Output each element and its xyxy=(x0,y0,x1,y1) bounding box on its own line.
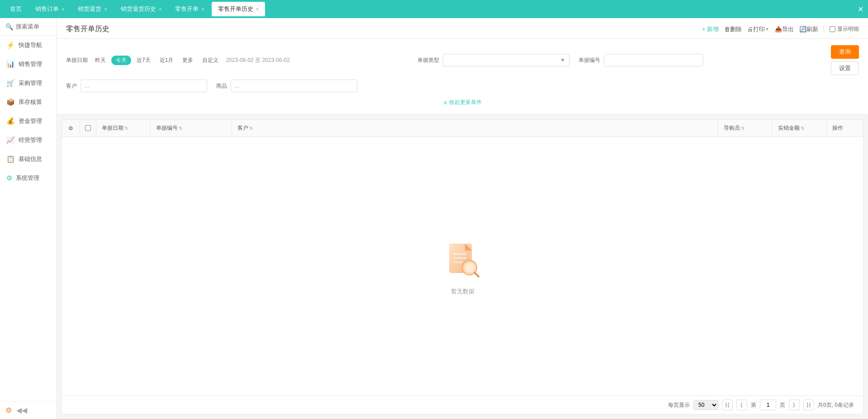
empty-illustration xyxy=(440,237,485,282)
export-button[interactable]: 📤 导出 xyxy=(775,25,794,33)
svg-line-7 xyxy=(474,273,479,277)
print-icon: 🖨 xyxy=(747,26,753,33)
date-btn-custom[interactable]: 自定义 xyxy=(199,56,222,65)
date-btn-today[interactable]: 今天 xyxy=(111,56,131,65)
customer-filter-item: 客户 ... xyxy=(66,80,207,92)
sidebar-nav: ⚡ 快捷导航 📊 销售管理 🛒 采购管理 📦 库存核算 💰 资金管理 📈 xyxy=(0,36,57,401)
refresh-button[interactable]: 🔄 刷新 xyxy=(799,25,818,33)
date-filter-btns: 昨天 今天 近7天 近1月 更多 自定义 xyxy=(91,56,222,65)
date-btn-yesterday[interactable]: 昨天 xyxy=(91,56,109,65)
tab-sales-return[interactable]: 销货退货 × xyxy=(71,2,113,16)
tab-bar: 首页 销售订单 × 销货退货 × 销货退货历史 × 零售开单 × 零售开单历史 … xyxy=(0,0,868,18)
display-detail-checkbox[interactable]: 显示明细 xyxy=(830,25,859,33)
sidebar: 🔍 搜索菜单 ⚡ 快捷导航 📊 销售管理 🛒 采购管理 📦 库存核算 💰 xyxy=(0,18,57,419)
sn-sort-icon: ⇅ xyxy=(179,126,182,131)
print-button[interactable]: 🖨 打印 ▼ xyxy=(747,25,769,33)
date-btn-1month[interactable]: 近1月 xyxy=(156,56,177,65)
doc-type-select[interactable]: ▼ xyxy=(443,54,569,66)
table-container: ⚙ 单据日期 ⇅ 单据编号 ⇅ 客户 ⇅ 导购员 xyxy=(62,119,863,414)
page-number-input[interactable] xyxy=(760,400,776,410)
delete-button[interactable]: 🗑 删除 xyxy=(724,25,742,33)
tab-retail-open[interactable]: 零售开单 × xyxy=(169,2,210,16)
customer-sort-icon: ⇅ xyxy=(249,126,253,131)
prev-page-button[interactable]: ⟨ xyxy=(736,400,747,410)
display-detail-input[interactable] xyxy=(830,26,835,32)
filter-area: 单据日期 昨天 今天 近7天 近1月 更多 自定义 2023-06-02 至 2… xyxy=(57,39,868,115)
sidebar-item-basic-info[interactable]: 📋 基础信息 xyxy=(0,150,57,169)
sidebar-item-purchase-mgmt[interactable]: 🛒 采购管理 xyxy=(0,74,57,93)
th-date[interactable]: 单据日期 ⇅ xyxy=(96,120,151,137)
doc-no-label: 单据编号 xyxy=(579,56,600,64)
doc-type-dropdown-icon: ▼ xyxy=(560,57,565,63)
basic-info-icon: 📋 xyxy=(6,155,15,163)
select-all-checkbox[interactable] xyxy=(85,125,91,131)
purchase-icon: 🛒 xyxy=(6,79,15,87)
sidebar-collapse-icon[interactable]: ◀◀ xyxy=(16,406,27,414)
guide-sort-icon: ⇅ xyxy=(741,126,745,131)
first-page-button[interactable]: ⟨⟨ xyxy=(722,400,733,410)
sidebar-item-operation[interactable]: 📈 经营管理 xyxy=(0,131,57,150)
date-btn-7days[interactable]: 近7天 xyxy=(133,56,154,65)
query-button[interactable]: 查询 xyxy=(831,45,859,59)
last-page-button[interactable]: ⟩⟩ xyxy=(803,400,814,410)
date-btn-more[interactable]: 更多 xyxy=(179,56,197,65)
tab-retail-history-close[interactable]: × xyxy=(256,6,259,12)
query-settings-col: 查询 设置 xyxy=(831,45,859,75)
goods-select[interactable]: ... xyxy=(231,80,357,92)
sidebar-item-finance[interactable]: 💰 资金管理 xyxy=(0,112,57,131)
per-page-label: 每页显示 xyxy=(668,401,690,409)
sidebar-item-sales-mgmt[interactable]: 📊 销售管理 xyxy=(0,55,57,74)
th-settings[interactable]: ⚙ xyxy=(62,120,80,137)
page-header: 零售开单历史 + 新增 🗑 删除 🖨 打印 ▼ 📤 导出 🔄 xyxy=(57,18,868,39)
search-icon: 🔍 xyxy=(5,23,13,30)
main-layout: 🔍 搜索菜单 ⚡ 快捷导航 📊 销售管理 🛒 采购管理 📦 库存核算 💰 xyxy=(0,18,868,419)
total-label: 共0页, 0条记录 xyxy=(818,401,854,409)
add-button[interactable]: + 新增 xyxy=(702,25,719,33)
next-page-button[interactable]: ⟩ xyxy=(789,400,800,410)
tab-retail-open-close[interactable]: × xyxy=(201,6,204,12)
per-page-select[interactable]: 50 20 100 xyxy=(693,400,718,410)
customer-select[interactable]: ... xyxy=(81,80,207,92)
operation-icon: 📈 xyxy=(6,136,15,144)
doc-type-label: 单据类型 xyxy=(417,56,439,64)
table-header: ⚙ 单据日期 ⇅ 单据编号 ⇅ 客户 ⇅ 导购员 xyxy=(62,120,863,137)
doc-no-filter-item: 单据编号 xyxy=(579,54,703,66)
sidebar-bottom: ⚙ ◀◀ xyxy=(0,401,57,419)
th-guide[interactable]: 导购员 ⇅ xyxy=(718,120,773,137)
page-label: 第 xyxy=(751,401,756,409)
tab-retail-history[interactable]: 零售开单历史 × xyxy=(212,2,265,16)
window-close-button[interactable]: ✕ xyxy=(858,5,863,14)
tab-sales-return-history-close[interactable]: × xyxy=(159,6,161,12)
page-unit-label: 页 xyxy=(780,401,785,409)
date-filter-label: 单据日期 xyxy=(66,56,88,64)
page-title: 零售开单历史 xyxy=(66,24,109,34)
tab-sales-order-close[interactable]: × xyxy=(62,6,64,12)
tab-sales-order[interactable]: 销售订单 × xyxy=(29,2,71,16)
th-sn[interactable]: 单据编号 ⇅ xyxy=(151,120,232,137)
tab-home[interactable]: 首页 xyxy=(4,2,28,16)
filter-settings-button[interactable]: 设置 xyxy=(831,61,859,75)
goods-filter-item: 商品 ... xyxy=(216,80,357,92)
th-ops: 操作 xyxy=(827,120,863,137)
goods-label: 商品 xyxy=(216,82,227,90)
sidebar-search[interactable]: 🔍 搜索菜单 xyxy=(0,18,57,36)
th-checkbox[interactable] xyxy=(80,120,96,137)
quick-nav-icon: ⚡ xyxy=(6,41,15,49)
date-filter-item: 单据日期 昨天 今天 近7天 近1月 更多 自定义 2023-06-02 至 2… xyxy=(66,56,290,65)
pagination: 每页显示 50 20 100 ⟨⟨ ⟨ 第 页 ⟩ ⟩⟩ 共0页, 0条记录 xyxy=(62,395,863,414)
sidebar-item-system[interactable]: ⚙ 系统管理 xyxy=(0,169,57,188)
doc-no-input[interactable] xyxy=(604,54,703,66)
tab-sales-return-history[interactable]: 销货退货历史 × xyxy=(114,2,168,16)
table-settings-icon: ⚙ xyxy=(68,125,73,132)
filter-row-2: 客户 ... 商品 ... xyxy=(66,80,859,92)
doc-type-filter-item: 单据类型 ▼ xyxy=(417,54,569,66)
sidebar-item-inventory[interactable]: 📦 库存核算 xyxy=(0,93,57,112)
sidebar-item-quick-nav[interactable]: ⚡ 快捷导航 xyxy=(0,36,57,55)
inventory-icon: 📦 xyxy=(6,98,15,106)
th-amount[interactable]: 实销金额 ⇅ xyxy=(773,120,827,137)
th-customer[interactable]: 客户 ⇅ xyxy=(232,120,718,137)
tab-sales-return-close[interactable]: × xyxy=(104,6,107,12)
sidebar-settings-icon[interactable]: ⚙ xyxy=(5,406,12,414)
system-icon: ⚙ xyxy=(6,174,12,182)
collapse-conditions[interactable]: ∧ 收起更多条件 xyxy=(66,97,859,108)
